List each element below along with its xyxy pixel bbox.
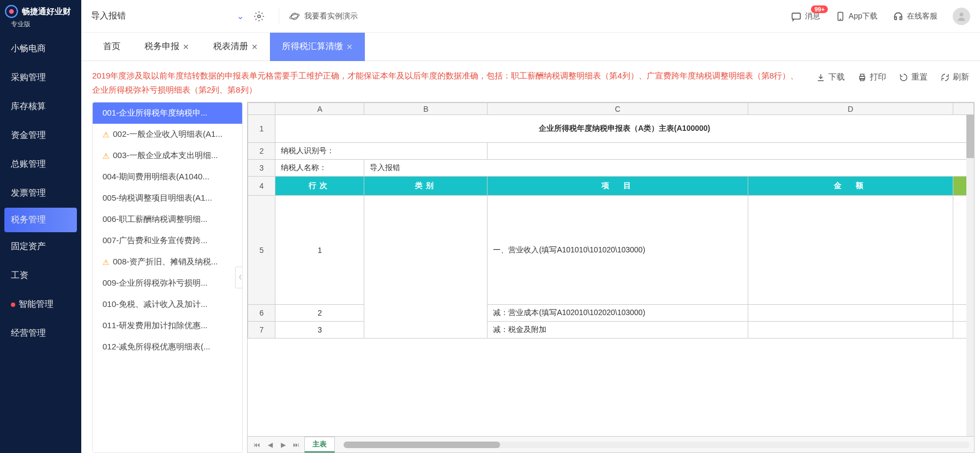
tree-item-2[interactable]: ⚠003-一般企业成本支出明细... (93, 145, 242, 166)
sidebar-item-9[interactable]: 智能管理 (0, 290, 81, 319)
sidebar-item-label: 库存核算 (11, 101, 46, 111)
support-button[interactable]: 在线客服 (893, 11, 937, 22)
tree-item-label: 009-企业所得税弥补亏损明... (103, 278, 208, 288)
reset-button[interactable]: 重置 (899, 72, 928, 82)
horizontal-scrollbar[interactable] (344, 442, 970, 448)
sidebar-item-label: 发票管理 (11, 188, 46, 197)
row-header[interactable]: 5 (248, 196, 275, 305)
demo-link[interactable]: 我要看实例演示 (289, 11, 358, 22)
tree-item-4[interactable]: 005-纳税调整项目明细表(A1... (93, 188, 242, 209)
tree-item-label: 002-一般企业收入明细表(A1... (113, 129, 223, 140)
col-header-d[interactable]: D (748, 103, 953, 115)
tree-item-10[interactable]: 011-研发费用加计扣除优惠... (93, 315, 242, 336)
tree-item-8[interactable]: 009-企业所得税弥补亏损明... (93, 273, 242, 294)
sheet-grid[interactable]: A B C D 1 企业所得税年度纳税申报表（A类）主表(A100000) (248, 102, 974, 436)
sheet-nav-prev[interactable]: ◀ (265, 441, 275, 449)
sheet-nav-last[interactable]: ⏭ (291, 441, 301, 449)
warning-icon: ⚠ (103, 258, 110, 267)
col-header-c[interactable]: C (488, 103, 748, 115)
cell-category[interactable] (364, 196, 488, 339)
cell-item[interactable]: 一、营业收入(填写A101010\101020\103000) (488, 196, 748, 305)
taxpayer-id-label[interactable]: 纳税人识别号： (275, 143, 488, 160)
tree-item-11[interactable]: 012-减免所得税优惠明细表(... (93, 336, 242, 358)
tree-item-3[interactable]: 004-期间费用明细表(A1040... (93, 166, 242, 188)
tab-label: 所得税汇算清缴 (282, 41, 343, 52)
close-icon[interactable]: ✕ (183, 43, 189, 51)
vertical-scrollbar[interactable] (966, 114, 974, 436)
sidebar-item-0[interactable]: 小畅电商 (0, 34, 81, 63)
sidebar-item-6[interactable]: 税务管理 (4, 208, 77, 232)
col-header-a[interactable]: A (275, 103, 364, 115)
sidebar-item-label: 智能管理 (19, 299, 53, 309)
header-amount[interactable]: 金 额 (748, 177, 953, 196)
taxpayer-name-label[interactable]: 纳税人名称： (275, 160, 364, 177)
tree-item-0[interactable]: 001-企业所得税年度纳税申... (93, 102, 242, 124)
cell-item[interactable]: 减：营业成本(填写A102010\102020\103000) (488, 305, 748, 322)
sidebar-item-8[interactable]: 工资 (0, 261, 81, 290)
col-header-b[interactable]: B (364, 103, 488, 115)
sidebar-item-label: 工资 (11, 270, 28, 280)
message-button[interactable]: 消息 99+ (791, 11, 820, 22)
sheet-nav-next[interactable]: ▶ (278, 441, 288, 449)
tree-item-label: 003-一般企业成本支出明细... (113, 150, 218, 161)
tab-0[interactable]: 首页 (91, 33, 133, 61)
sheet-corner[interactable] (248, 103, 275, 115)
tree-collapse-button[interactable]: 《 (235, 267, 243, 288)
tree-item-1[interactable]: ⚠002-一般企业收入明细表(A1... (93, 124, 242, 145)
tab-1[interactable]: 税务申报✕ (133, 33, 201, 61)
tree-item-7[interactable]: ⚠008-资产折旧、摊销及纳税... (93, 251, 242, 273)
sidebar-item-7[interactable]: 固定资产 (0, 232, 81, 261)
header-category[interactable]: 类别 (364, 177, 488, 196)
close-icon[interactable]: ✕ (346, 43, 353, 51)
refresh-button[interactable]: 刷新 (941, 72, 969, 82)
row-header[interactable]: 1 (248, 115, 275, 143)
app-download-button[interactable]: App下载 (835, 11, 877, 22)
warning-icon: ⚠ (103, 130, 110, 139)
tree-item-5[interactable]: 006-职工薪酬纳税调整明细... (93, 209, 242, 230)
sheet-title[interactable]: 企业所得税年度纳税申报表（A类）主表(A100000) (275, 115, 974, 143)
sidebar-item-label: 固定资产 (11, 241, 46, 251)
tree-item-label: 008-资产折旧、摊销及纳税... (113, 257, 218, 267)
tree-item-9[interactable]: 010-免税、减计收入及加计... (93, 294, 242, 315)
org-dropdown[interactable]: 导入报错 ⌄ (91, 10, 244, 22)
cell-amount[interactable] (748, 322, 953, 339)
header-item[interactable]: 项 目 (488, 177, 748, 196)
row-header[interactable]: 3 (248, 160, 275, 177)
cell-amount[interactable] (748, 196, 953, 305)
sheet-tab-bar: ⏮ ◀ ▶ ⏭ 主表 (248, 436, 974, 452)
tree-item-label: 007-广告费和业务宣传费跨... (103, 235, 208, 246)
cell-amount[interactable] (748, 305, 953, 322)
row-header[interactable]: 4 (248, 177, 275, 196)
sidebar-item-4[interactable]: 总账管理 (0, 150, 81, 179)
header-seq[interactable]: 行次 (275, 177, 364, 196)
user-avatar[interactable] (953, 8, 970, 25)
close-icon[interactable]: ✕ (251, 43, 258, 51)
print-icon (858, 73, 867, 82)
print-button[interactable]: 打印 (858, 72, 886, 82)
cell-seq[interactable]: 2 (275, 305, 364, 322)
sidebar-item-2[interactable]: 库存核算 (0, 92, 81, 121)
settings-button[interactable] (249, 7, 269, 26)
content: 2019年度涉及取以前年度结转数据的申报表单元格需要手工维护正确，才能保证本年及… (81, 61, 980, 453)
sheet-nav-first[interactable]: ⏮ (252, 441, 262, 449)
row-header[interactable]: 7 (248, 322, 275, 339)
cell-seq[interactable]: 3 (275, 322, 364, 339)
sheet-tab-main[interactable]: 主表 (304, 437, 335, 452)
taxpayer-name-value[interactable]: 导入报错 (364, 160, 974, 177)
row-header[interactable]: 2 (248, 143, 275, 160)
sidebar-item-5[interactable]: 发票管理 (0, 179, 81, 208)
tab-2[interactable]: 税表清册✕ (201, 33, 270, 61)
download-button[interactable]: 下载 (816, 72, 845, 82)
sidebar-item-1[interactable]: 采购管理 (0, 63, 81, 92)
brand: 畅捷通好业财 (0, 0, 81, 20)
tab-3[interactable]: 所得税汇算清缴✕ (270, 33, 365, 61)
taxpayer-id-value[interactable] (488, 143, 974, 160)
brand-name: 畅捷通好业财 (22, 7, 71, 17)
tree-item-6[interactable]: 007-广告费和业务宣传费跨... (93, 230, 242, 251)
col-header-extra[interactable] (953, 103, 974, 115)
row-header[interactable]: 6 (248, 305, 275, 322)
cell-seq[interactable]: 1 (275, 196, 364, 305)
sidebar-item-10[interactable]: 经营管理 (0, 319, 81, 348)
sidebar-item-3[interactable]: 资金管理 (0, 121, 81, 150)
cell-item[interactable]: 减：税金及附加 (488, 322, 748, 339)
